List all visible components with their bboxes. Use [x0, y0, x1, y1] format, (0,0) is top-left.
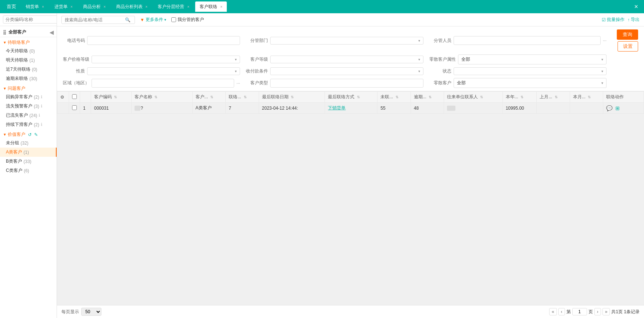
sidebar-search-input[interactable]	[3, 15, 57, 24]
filter-customer-type-label: 客户类型	[246, 80, 268, 86]
close-icon[interactable]: ×	[104, 5, 106, 9]
setting-button[interactable]: 设置	[618, 41, 638, 52]
col-name[interactable]: 客户名称 ⇅	[131, 92, 192, 103]
search-icon[interactable]: 🔍	[125, 17, 130, 22]
per-page-select[interactable]: 50 100 200	[81, 308, 101, 316]
sidebar-group-problem[interactable]: ▼ 问题客户	[0, 83, 57, 92]
filter-customer-level-select[interactable]: ▾	[270, 56, 423, 63]
filter-region-input[interactable]	[92, 79, 234, 88]
sort-icon[interactable]: ⇅	[291, 95, 294, 99]
col-category[interactable]: 客户... ⇅	[192, 92, 225, 103]
col-checkbox[interactable]	[69, 92, 80, 103]
nav-tab-product-analysis[interactable]: 商品分析 ×	[79, 1, 110, 12]
col-unit-contact[interactable]: 往来单位联系人 ⇅	[444, 92, 503, 103]
col-this-year[interactable]: 本年... ⇅	[502, 92, 537, 103]
row-checkbox[interactable]	[72, 105, 77, 110]
col-no-contact[interactable]: 未联... ⇅	[378, 92, 411, 103]
grid-action-icon[interactable]: ⊞	[615, 105, 620, 111]
filter-dept-select[interactable]: ▾	[270, 37, 423, 45]
export-button[interactable]: ↑ 导出	[627, 17, 640, 23]
nav-tab-customer-tier[interactable]: 客户分层经营 ×	[153, 1, 194, 12]
filter-customer-type-input[interactable]	[270, 79, 423, 88]
my-customer-checkbox-label[interactable]: 我分管的客户	[171, 17, 204, 23]
col-overdue[interactable]: 逾期... ⇅	[411, 92, 444, 103]
sidebar-item-tomorrow-pending[interactable]: 明天待联络 (1)	[0, 56, 57, 65]
close-icon[interactable]: ×	[220, 5, 222, 9]
batch-operation-button[interactable]: ☑ 批量操作	[602, 17, 625, 23]
comment-icon[interactable]: 💬	[606, 105, 612, 111]
nav-tab-purchase[interactable]: 进货单 ×	[50, 1, 77, 12]
ellipsis-icon[interactable]: ···	[603, 38, 607, 43]
sidebar-group-value[interactable]: ▼ 价值客户 ↺ ✎	[0, 129, 57, 138]
my-customer-checkbox[interactable]	[171, 17, 176, 22]
sort-icon[interactable]: ⇅	[520, 95, 523, 99]
prev-page-button[interactable]: ‹	[558, 308, 565, 315]
sort-icon[interactable]: ⇅	[555, 95, 558, 99]
filter-phone-input[interactable]	[87, 36, 240, 45]
edit-icon[interactable]: ✎	[34, 132, 38, 137]
sidebar-item-churned[interactable]: 已流失客户 (24) ℹ	[0, 111, 57, 120]
sidebar-collapse-icon[interactable]: ◀	[50, 29, 54, 35]
row-checkbox-cell[interactable]	[69, 103, 80, 114]
col-this-month[interactable]: 本月... ⇅	[570, 92, 603, 103]
sidebar-item-7days-pending[interactable]: 近7天待联络 (0)	[0, 65, 57, 74]
filter-retail-attr-select[interactable]: 全部 ▾	[458, 54, 607, 64]
row-last-method-cell[interactable]: 下销货单	[325, 103, 378, 114]
filter-manager: 分管人员 ···	[429, 36, 607, 45]
chevron-down-icon: ▾	[164, 18, 166, 22]
query-button[interactable]: 查询	[617, 29, 638, 40]
sidebar-item-unclassified[interactable]: 未分组 (32)	[0, 138, 57, 148]
sort-icon[interactable]: ⇅	[154, 95, 157, 99]
filter-nature-select[interactable]: ▾	[87, 67, 240, 75]
sidebar-group-pending[interactable]: ▼ 待联络客户	[0, 37, 57, 46]
sidebar-item-class-c[interactable]: C类客户 (6)	[0, 166, 57, 175]
last-page-button[interactable]: »	[602, 308, 610, 315]
close-icon[interactable]: ×	[71, 5, 73, 9]
col-last-date[interactable]: 最后联络日期 ⇅	[259, 92, 325, 103]
col-code[interactable]: 客户编码 ⇅	[91, 92, 132, 103]
page-number-input[interactable]	[572, 308, 587, 315]
sidebar-item-declining[interactable]: 持续下滑客户 (2) ℹ	[0, 120, 57, 129]
sidebar-item-churn-warning[interactable]: 流失预警客户 (3) ℹ	[0, 102, 57, 111]
nav-tab-product-analysis-list[interactable]: 商品分析列表 ×	[112, 1, 152, 12]
refresh-icon[interactable]: ↺	[28, 132, 32, 137]
filter-status-select[interactable]: ▾	[454, 67, 607, 75]
sort-icon[interactable]: ⇅	[210, 95, 213, 99]
sort-icon[interactable]: ⇅	[114, 95, 117, 99]
filter-manager-input[interactable]	[454, 36, 601, 45]
sidebar-item-repurchase-abnormal[interactable]: 回购异常客户 (2) ℹ	[0, 92, 57, 102]
filter-retail-customer-select[interactable]: 全部 ▾	[454, 78, 607, 88]
nav-tab-sales[interactable]: 销货单 ×	[21, 1, 49, 12]
next-page-button[interactable]: ›	[594, 308, 601, 315]
ellipsis-icon[interactable]: ···	[236, 81, 240, 86]
gear-icon[interactable]: ⚙	[60, 95, 64, 100]
last-method-link[interactable]: 下销货单	[328, 105, 346, 110]
nav-home-button[interactable]: 首页	[3, 2, 20, 11]
col-gear[interactable]: ⚙	[57, 92, 69, 103]
sort-icon[interactable]: ⇅	[588, 95, 591, 99]
sort-icon[interactable]: ⇅	[357, 95, 360, 99]
nav-tab-customer-contact[interactable]: 客户联络 ×	[195, 1, 227, 12]
filter-retail-attr-label: 零散客户属性	[429, 56, 456, 63]
sort-icon[interactable]: ⇅	[480, 95, 483, 99]
window-close-button[interactable]: ×	[631, 3, 641, 11]
sidebar-item-class-b[interactable]: B类客户 (33)	[0, 157, 57, 166]
search-input[interactable]	[65, 17, 124, 22]
sidebar-item-today-pending[interactable]: 今天待联络 (0)	[0, 46, 57, 56]
sort-icon[interactable]: ⇅	[429, 95, 432, 99]
close-icon[interactable]: ×	[187, 5, 189, 9]
close-icon[interactable]: ×	[42, 5, 44, 9]
close-icon[interactable]: ×	[146, 5, 148, 9]
sort-icon[interactable]: ⇅	[396, 95, 398, 99]
col-last-method[interactable]: 最后联络方式 ⇅	[325, 92, 378, 103]
filter-payment-select[interactable]: ▾	[270, 67, 423, 75]
sort-icon[interactable]: ⇅	[244, 95, 247, 99]
sidebar-item-class-a[interactable]: A类客户 (1)	[0, 148, 57, 157]
sidebar-item-overdue-pending[interactable]: 逾期未联络 (30)	[0, 74, 57, 83]
select-all-checkbox[interactable]	[72, 94, 77, 99]
col-last-month[interactable]: 上月... ⇅	[537, 92, 570, 103]
first-page-button[interactable]: «	[549, 308, 557, 315]
filter-price-level-select[interactable]: ▾	[92, 56, 240, 63]
filter-more-button[interactable]: ▼ 更多条件 ▾	[138, 15, 168, 24]
col-contact[interactable]: 联络... ⇅	[226, 92, 259, 103]
